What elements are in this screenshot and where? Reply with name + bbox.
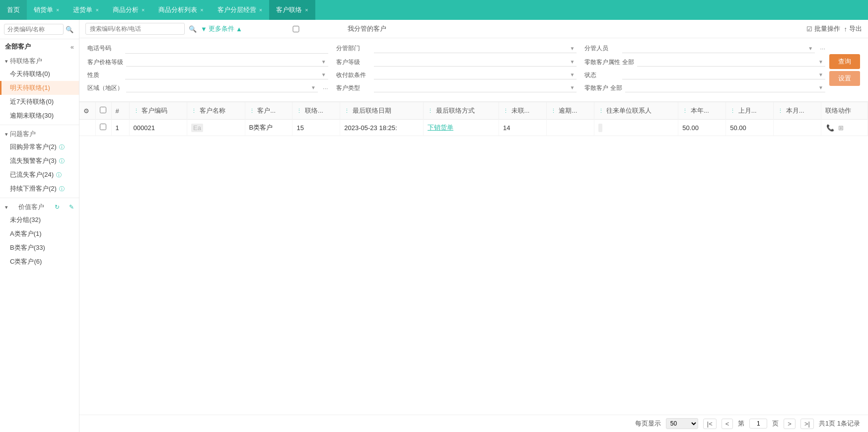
checkbox-icon: ☑ (806, 25, 812, 33)
col-last-date: ⋮ 最后联络日期 (340, 102, 424, 120)
row-last-month-cell: 50.00 (726, 120, 774, 136)
filter-payment-terms-select[interactable]: ▼ (374, 71, 577, 79)
info-icon-2: ⓘ (59, 158, 65, 164)
next-page-btn[interactable]: > (784, 419, 796, 429)
close-customer-contact-icon[interactable]: × (305, 7, 308, 13)
filter-status: 状态 ▼ (584, 71, 825, 79)
filter-price-level-select[interactable]: ▼ (126, 58, 328, 67)
info-icon-4: ⓘ (59, 186, 65, 192)
group-pending-contact[interactable]: 待联络客户 (0, 54, 79, 67)
more-conditions-btn[interactable]: ▼ 更多条件 ▲ (201, 24, 242, 33)
group-problem-customers[interactable]: 问题客户 (0, 127, 79, 140)
filter-manager-select[interactable]: ▼ (622, 44, 815, 53)
last-page-btn[interactable]: >| (800, 419, 814, 429)
filter-phone-input[interactable] (125, 43, 328, 54)
customer-table: ⚙ # ⋮ 客户编码 ⋮ 客户名称 (79, 102, 868, 136)
main-search-icon[interactable]: 🔍 (189, 25, 197, 33)
manager-dots-icon[interactable]: ··· (820, 45, 825, 52)
row-this-month-cell (774, 120, 821, 136)
customer-type-arrow-icon: ▼ (570, 85, 575, 90)
sidebar-item-churned[interactable]: 已流失客户(24) ⓘ (0, 168, 79, 182)
manager-arrow-icon: ▼ (808, 46, 813, 51)
filter-row-1: 电话号码 分管部门 ▼ 分管人员 (87, 43, 825, 54)
filter-retail-attr-select[interactable]: ▼ (637, 58, 825, 67)
filter-customer-level-select[interactable]: ▼ (374, 58, 577, 67)
export-btn[interactable]: ↑ 导出 (844, 24, 863, 33)
sidebar-item-abnormal-repurchase[interactable]: 回购异常客户(2) ⓘ (0, 140, 79, 154)
nav-product-analysis-list[interactable]: 商品分析列表 × (151, 0, 210, 20)
nav-home[interactable]: 首页 (0, 0, 27, 20)
filter-region-select[interactable]: ▼ (126, 83, 318, 92)
region-dots-icon[interactable]: ··· (323, 84, 328, 92)
sidebar-item-today-contact[interactable]: 今天待联络(0) (0, 67, 79, 81)
select-all-checkbox[interactable] (100, 107, 106, 113)
sidebar-search-area: 🔍 (0, 20, 79, 39)
row-no-cell: 1 (111, 120, 129, 136)
main-search-input[interactable] (85, 23, 185, 35)
col-settings: ⚙ (79, 102, 95, 120)
nav-purchase-order[interactable]: 进货单 × (66, 0, 105, 20)
close-sales-order-icon[interactable]: × (56, 7, 59, 13)
prev-page-btn[interactable]: < (722, 419, 733, 429)
sidebar-collapse-icon[interactable]: « (71, 43, 74, 51)
filter-actions: 查询 设置 (829, 43, 860, 96)
sidebar: 🔍 全部客户 « 待联络客户 今天待联络(0) 明天待联络(1) 近7天待联络(… (0, 20, 79, 432)
group-value-customers[interactable]: 价值客户 ↻ ✎ (0, 200, 79, 213)
nav-customer-stratification[interactable]: 客户分层经营 × (211, 0, 269, 20)
my-customers-checkbox[interactable] (246, 26, 346, 32)
edit-icon[interactable]: ✎ (69, 204, 74, 211)
filter-retail-attr: 零散客户属性 全部 ▼ (584, 58, 825, 67)
page-number-input[interactable] (749, 419, 767, 429)
page-size-select[interactable]: 50 100 200 (666, 418, 698, 429)
first-page-btn[interactable]: |< (703, 419, 717, 429)
sidebar-item-declining[interactable]: 持续下滑客户(2) ⓘ (0, 182, 79, 196)
filter-payment-terms-label: 收付款条件 (336, 71, 371, 79)
filter-retail-customer-select[interactable]: ▼ (625, 83, 825, 92)
col-last-date-icon: ⋮ (344, 108, 350, 114)
row-last-method-link[interactable]: 下销货单 (428, 124, 453, 131)
filter-payment-terms: 收付款条件 ▼ (336, 71, 577, 79)
row-action-grid-icon[interactable]: ⊞ (838, 124, 844, 132)
all-customers-header[interactable]: 全部客户 « (0, 39, 79, 54)
sidebar-item-a-customers[interactable]: A类客户(1) (0, 227, 79, 241)
sidebar-search-input[interactable] (4, 24, 64, 35)
col-name: ⋮ 客户名称 (187, 102, 245, 120)
refresh-icon[interactable]: ↻ (55, 204, 60, 211)
row-contacts-cell: 15 (292, 120, 340, 136)
batch-ops-btn[interactable]: ☑ 批量操作 (806, 24, 840, 33)
filter-retail-customer: 零散客户 全部 ▼ (584, 83, 825, 92)
col-checkbox (95, 102, 111, 120)
row-this-year-cell: 50.00 (678, 120, 726, 136)
sidebar-item-churn-warning[interactable]: 流失预警客户(3) ⓘ (0, 154, 79, 168)
col-contacts: ⋮ 联络... (292, 102, 340, 120)
filter-customer-type-select[interactable]: ▼ (374, 83, 577, 92)
settings-button[interactable]: 设置 (829, 71, 860, 86)
query-button[interactable]: 查询 (829, 54, 860, 69)
close-customer-stratification-icon[interactable]: × (259, 7, 262, 13)
sidebar-item-7day-contact[interactable]: 近7天待联络(0) (0, 95, 79, 109)
row-type-cell: B类客户 (245, 120, 292, 136)
nav-customer-contact[interactable]: 客户联络 × (269, 0, 315, 20)
payment-terms-arrow-icon: ▼ (570, 72, 575, 77)
sidebar-item-overdue-contact[interactable]: 逾期未联络(30) (0, 109, 79, 123)
close-product-analysis-list-icon[interactable]: × (200, 7, 203, 13)
table-settings-icon[interactable]: ⚙ (83, 107, 89, 115)
close-product-analysis-icon[interactable]: × (142, 7, 145, 13)
nav-product-analysis[interactable]: 商品分析 × (106, 0, 151, 20)
sidebar-item-c-customers[interactable]: C类客户(6) (0, 255, 79, 269)
row-action-phone-icon[interactable]: 📞 (826, 124, 834, 132)
filter-nature-select[interactable]: ▼ (125, 71, 328, 79)
filter-manager: 分管人员 ▼ ··· (584, 44, 825, 53)
filter-status-select[interactable]: ▼ (622, 71, 825, 79)
close-purchase-order-icon[interactable]: × (95, 7, 98, 13)
retail-attr-arrow-icon: ▼ (818, 59, 823, 65)
sidebar-search-icon[interactable]: 🔍 (66, 26, 73, 33)
row-checkbox[interactable] (100, 124, 106, 130)
filter-dept-select[interactable]: ▼ (374, 44, 577, 53)
sidebar-item-b-customers[interactable]: B类客户(33) (0, 241, 79, 255)
sidebar-item-tomorrow-contact[interactable]: 明天待联络(1) (0, 81, 79, 95)
nav-sales-order[interactable]: 销货单 × (27, 0, 66, 20)
filter-icon: ▼ (201, 25, 207, 33)
status-arrow-icon: ▼ (818, 72, 823, 77)
sidebar-item-ungrouped[interactable]: 未分组(32) (0, 213, 79, 227)
